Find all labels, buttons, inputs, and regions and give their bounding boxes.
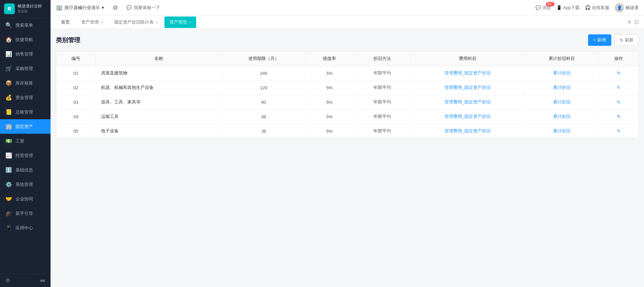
row-expense-account-link-4[interactable]: 管理费用_固定资产折旧 bbox=[444, 128, 491, 133]
company-selector[interactable]: 🏢 医疗器械行业演示 ▾ bbox=[56, 4, 104, 11]
edit-icon-2[interactable]: ✎ bbox=[617, 99, 621, 105]
row-dep-method-0: 年限平均 bbox=[354, 66, 410, 81]
row-action-1[interactable]: ✎ bbox=[599, 81, 638, 95]
sidebar-item-label-quick-nav: 快捷导航 bbox=[16, 37, 33, 43]
sidebar-item-quick-nav[interactable]: 🏠快捷导航 bbox=[0, 32, 51, 47]
sidebar-item-icon-search: 🔍 bbox=[5, 22, 12, 28]
row-dep-method-1: 年限平均 bbox=[354, 81, 410, 95]
edit-icon-3[interactable]: ✎ bbox=[617, 114, 621, 119]
sidebar-item-cooperation[interactable]: 🤝企业协同 bbox=[0, 192, 51, 206]
edit-icon-4[interactable]: ✎ bbox=[617, 128, 621, 134]
topbar: 🏢 医疗器械行业演示 ▾ ⚙ 💬 我要体验一下 💬 消息 99+ 📱 App下载… bbox=[51, 0, 644, 15]
sidebar-scroll: 🔍搜索菜单🏠快捷导航📊销售管理🛒采购管理📦库存核算💰资金管理📒总账管理🏢固定资产… bbox=[0, 18, 51, 274]
experience-icon: 💬 bbox=[126, 5, 132, 10]
row-name-2: 器具、工具、家具等 bbox=[95, 95, 222, 109]
row-expense-account-link-1[interactable]: 管理费用_固定资产折旧 bbox=[444, 85, 491, 90]
sidebar-item-search[interactable]: 🔍搜索菜单 bbox=[0, 18, 51, 32]
row-action-0[interactable]: ✎ bbox=[599, 66, 638, 81]
tab-home[interactable]: 首页 bbox=[56, 17, 75, 28]
experience-button[interactable]: 💬 我要体验一下 bbox=[126, 5, 160, 11]
col-header-1: 名称 bbox=[95, 52, 222, 66]
row-acc-account-link-2[interactable]: 累计折旧 bbox=[553, 99, 571, 104]
sidebar-item-operations[interactable]: 📈经营管理 bbox=[0, 148, 51, 163]
refresh-button[interactable]: ↻ 刷新 bbox=[615, 34, 639, 46]
sidebar-item-beginner[interactable]: 🎓新手引导 bbox=[0, 206, 51, 221]
row-months-4: 36 bbox=[222, 124, 305, 138]
edit-icon-0[interactable]: ✎ bbox=[617, 70, 621, 76]
sidebar-item-inventory[interactable]: 📦库存核算 bbox=[0, 76, 51, 90]
edit-icon-1[interactable]: ✎ bbox=[617, 85, 621, 90]
sidebar-item-app-center[interactable]: 📱应用中心 bbox=[0, 221, 51, 235]
sidebar-item-label-basic-info: 基础信息 bbox=[16, 167, 33, 173]
row-acc-account-link-4[interactable]: 累计折旧 bbox=[553, 128, 571, 133]
row-expense-account-link-3[interactable]: 管理费用_固定资产折旧 bbox=[444, 114, 491, 119]
maximize-window-icon[interactable]: ⊡ bbox=[634, 19, 639, 25]
sidebar-item-icon-basic-info: ℹ️ bbox=[5, 167, 12, 173]
table-row: 04运输工具485%年限平均管理费用_固定资产折旧累计折旧✎ bbox=[56, 109, 638, 124]
sidebar-item-sales[interactable]: 📊销售管理 bbox=[0, 47, 51, 61]
settings-icon[interactable]: ⚙ bbox=[5, 277, 10, 284]
row-residual-rate-4: 5% bbox=[305, 124, 354, 138]
row-residual-rate-0: 5% bbox=[305, 66, 354, 81]
row-action-3[interactable]: ✎ bbox=[599, 109, 638, 124]
collapse-icon[interactable]: ⏮ bbox=[40, 278, 45, 284]
company-dropdown-icon: ▾ bbox=[102, 5, 104, 10]
row-action-4[interactable]: ✎ bbox=[599, 124, 638, 138]
sidebar-item-fixed-asset[interactable]: 🏢固定资产 bbox=[0, 119, 51, 134]
sidebar-item-salary[interactable]: 💵工资 bbox=[0, 134, 51, 148]
sidebar-logo: 财 畅捷通好业财 普及版 bbox=[0, 0, 51, 18]
row-id-1: 02 bbox=[56, 81, 95, 95]
logo-icon: 财 bbox=[4, 3, 15, 14]
col-header-7: 操作 bbox=[599, 52, 638, 66]
row-name-3: 运输工具 bbox=[95, 109, 222, 124]
customer-service-icon: 🎧 bbox=[585, 5, 590, 10]
row-residual-rate-3: 5% bbox=[305, 109, 354, 124]
sidebar-item-label-salary: 工资 bbox=[16, 138, 24, 144]
row-expense-account-link-2[interactable]: 管理费用_固定资产折旧 bbox=[444, 99, 491, 104]
row-months-1: 120 bbox=[222, 81, 305, 95]
table-row: 02机器、机械和其他生产设备1205%年限平均管理费用_固定资产折旧累计折旧✎ bbox=[56, 81, 638, 95]
col-header-2: 使用期限（月） bbox=[222, 52, 305, 66]
row-acc-account-link-3[interactable]: 累计折旧 bbox=[553, 114, 571, 119]
sidebar-item-icon-system: ⚙️ bbox=[5, 181, 12, 188]
tab-fixed-asset-report[interactable]: 固定资产折旧统计表× bbox=[109, 17, 163, 28]
asset-type-table: 编号名称使用期限（月）残值率折旧方法费用科目累计折旧科目操作 01房屋及建筑物2… bbox=[56, 51, 639, 138]
row-acc-account-3: 累计折旧 bbox=[525, 109, 599, 124]
logo-text: 畅捷通好业财 bbox=[18, 4, 42, 9]
row-acc-account-4: 累计折旧 bbox=[525, 124, 599, 138]
sidebar-item-ledger[interactable]: 📒总账管理 bbox=[0, 105, 51, 119]
tab-close-fixed-asset-report[interactable]: × bbox=[156, 20, 158, 24]
sidebar-item-label-inventory: 库存核算 bbox=[16, 80, 33, 86]
sidebar-item-icon-beginner: 🎓 bbox=[5, 210, 12, 217]
sidebar-item-label-operations: 经营管理 bbox=[16, 153, 33, 159]
customer-service-button[interactable]: 🎧 在线客服 bbox=[585, 5, 609, 11]
new-button[interactable]: + 新增 bbox=[588, 34, 611, 46]
app-download-button[interactable]: 📱 App下载 bbox=[556, 5, 580, 11]
tab-close-asset-mgmt[interactable]: × bbox=[101, 20, 103, 24]
row-acc-account-link-0[interactable]: 累计折旧 bbox=[553, 70, 571, 75]
sidebar-item-icon-quick-nav: 🏠 bbox=[5, 36, 12, 43]
sidebar-item-system[interactable]: ⚙️系统管理 bbox=[0, 177, 51, 192]
row-action-2[interactable]: ✎ bbox=[599, 95, 638, 109]
tab-asset-type[interactable]: 资产类型× bbox=[164, 17, 196, 28]
user-menu-button[interactable]: 👤 畅捷通 bbox=[615, 3, 639, 12]
tab-close-asset-type[interactable]: × bbox=[189, 20, 191, 24]
sidebar: 财 畅捷通好业财 普及版 🔍搜索菜单🏠快捷导航📊销售管理🛒采购管理📦库存核算💰资… bbox=[0, 0, 51, 287]
sidebar-item-purchase[interactable]: 🛒采购管理 bbox=[0, 61, 51, 76]
row-acc-account-link-1[interactable]: 累计折旧 bbox=[553, 85, 571, 90]
topbar-settings-icon[interactable]: ⚙ bbox=[113, 4, 118, 11]
sidebar-item-icon-fixed-asset: 🏢 bbox=[5, 123, 12, 130]
sidebar-item-label-purchase: 采购管理 bbox=[16, 66, 33, 72]
tab-asset-mgmt[interactable]: 资产管理× bbox=[76, 17, 108, 28]
message-button[interactable]: 💬 消息 99+ bbox=[535, 5, 551, 11]
sidebar-item-funds[interactable]: 💰资金管理 bbox=[0, 90, 51, 105]
company-name: 医疗器械行业演示 bbox=[65, 5, 100, 11]
sidebar-item-basic-info[interactable]: ℹ️基础信息 bbox=[0, 163, 51, 177]
sidebar-bottom: ⚙ ⏮ bbox=[0, 274, 51, 287]
tab-label-asset-type: 资产类型 bbox=[170, 19, 187, 25]
logo-sub: 普及版 bbox=[18, 9, 42, 14]
row-expense-account-link-0[interactable]: 管理费用_固定资产折旧 bbox=[444, 70, 491, 75]
topbar-divider2 bbox=[122, 4, 122, 11]
close-window-icon[interactable]: ✕ bbox=[627, 19, 632, 25]
sidebar-item-icon-funds: 💰 bbox=[5, 94, 12, 101]
